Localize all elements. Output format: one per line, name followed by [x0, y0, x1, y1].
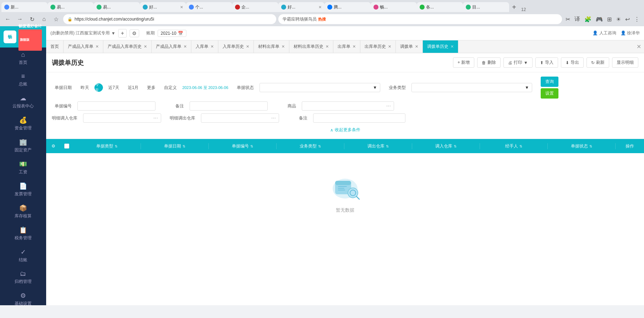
- th-biz-type[interactable]: 业务类型 ⇅: [277, 143, 344, 149]
- browser-tab-8[interactable]: 畅...: [371, 2, 417, 12]
- service-link[interactable]: 👤 人工咨询: [593, 30, 616, 36]
- company-selector[interactable]: (勿删勿禁用) 江西服宝测试专用 ▼: [50, 30, 115, 36]
- tab-close-6[interactable]: ✕: [318, 5, 322, 10]
- th-doc-no[interactable]: 单据编号 ⇅: [209, 143, 277, 149]
- browser-tab-2[interactable]: 易...: [94, 2, 140, 12]
- sidebar-item-invoice[interactable]: 📄 发票管理: [0, 179, 46, 201]
- doc-no-input[interactable]: [77, 101, 155, 111]
- in-warehouse-select[interactable]: ···: [83, 113, 161, 123]
- app-tab-close-10[interactable]: ✕: [415, 44, 418, 49]
- sidebar-item-inventory[interactable]: 📦 库存核算: [0, 201, 46, 223]
- sidebar-item-report-center[interactable]: ☁ 云报表中心: [0, 91, 46, 113]
- refresh-button[interactable]: ↻: [27, 14, 37, 24]
- query-button[interactable]: 查询: [541, 77, 558, 87]
- period-selector[interactable]: 2021-10 📅: [158, 30, 186, 37]
- th-in-warehouse[interactable]: 调入仓库 ⇅: [412, 143, 480, 149]
- app-tab-close-6[interactable]: ✕: [282, 44, 285, 49]
- note-input[interactable]: [313, 113, 405, 123]
- new-button[interactable]: + 新增: [453, 57, 474, 68]
- app-tab-7[interactable]: 材料出库单历史 ✕: [289, 40, 333, 53]
- browser-tab-5[interactable]: 企...: [232, 2, 278, 12]
- date-btn-custom[interactable]: 自定义: [161, 84, 180, 92]
- app-tab-10[interactable]: 调拨单 ✕: [396, 40, 423, 53]
- tab-close-3[interactable]: ✕: [180, 5, 183, 10]
- app-tab-2[interactable]: 产成品入库单历史 ✕: [103, 40, 152, 53]
- grid-icon[interactable]: ⊞: [606, 15, 613, 24]
- settings-gear-icon[interactable]: ⚙: [130, 29, 139, 37]
- menu-icon[interactable]: ⋮: [633, 15, 641, 24]
- app-tab-8[interactable]: 出库单 ✕: [333, 40, 360, 53]
- app-tab-close-3[interactable]: ✕: [184, 44, 187, 49]
- th-doc-status[interactable]: 单据状态 ⇅: [548, 143, 616, 149]
- app-tab-5[interactable]: 入库单历史 ✕: [218, 40, 254, 53]
- browser-search-bar[interactable]: 学霸应聘场驱鸟员 热搜: [278, 14, 562, 24]
- date-btn-7days[interactable]: 近7天: [105, 84, 122, 92]
- th-checkbox-all[interactable]: [60, 144, 73, 149]
- sidebar-item-payroll[interactable]: 💵 工资: [0, 157, 46, 179]
- th-doc-type[interactable]: 单据类型 ⇅: [73, 143, 141, 149]
- new-tab-button[interactable]: +: [509, 2, 519, 12]
- th-out-warehouse[interactable]: 调出仓库 ⇅: [344, 143, 412, 149]
- sidebar-item-home[interactable]: ⌂ 首页: [0, 48, 46, 69]
- app-tab-11[interactable]: 调拨单历史 ✕: [423, 40, 458, 53]
- user-avatar[interactable]: 👤 徐泽华: [621, 30, 640, 36]
- display-detail-button[interactable]: 显示明细: [612, 57, 638, 68]
- browser-tab-1[interactable]: 易...: [48, 2, 94, 12]
- th-handler[interactable]: 经手人 ⇅: [480, 143, 548, 149]
- sidebar-item-settings[interactable]: ⚙ 基础设置: [0, 288, 46, 305]
- app-tab-close-2[interactable]: ✕: [144, 44, 147, 49]
- date-btn-today[interactable]: 今天: [94, 83, 103, 92]
- app-tab-4[interactable]: 入库单 ✕: [191, 40, 218, 53]
- date-btn-yesterday[interactable]: 昨天: [77, 84, 92, 92]
- out-warehouse-select[interactable]: ···: [201, 113, 279, 123]
- undo-icon[interactable]: ↩: [624, 15, 631, 24]
- browser-tab-4[interactable]: 个...: [186, 2, 232, 12]
- translate-icon[interactable]: 译: [573, 15, 582, 24]
- app-tab-close-4[interactable]: ✕: [211, 44, 214, 49]
- browser-tab-0[interactable]: 新...: [1, 2, 48, 12]
- app-tab-close-7[interactable]: ✕: [326, 44, 329, 49]
- browser-tab-9[interactable]: 各...: [417, 2, 463, 12]
- forward-button[interactable]: →: [15, 14, 25, 24]
- app-tab-9[interactable]: 出库单历史 ✕: [360, 40, 396, 53]
- th-gear-settings[interactable]: ⚙: [46, 144, 60, 149]
- import-button[interactable]: ⬆ 导入: [535, 57, 558, 68]
- back-button[interactable]: ←: [3, 14, 13, 24]
- bookmark-button[interactable]: ☆: [51, 14, 61, 24]
- print-button[interactable]: 🖨 打印 ▼: [503, 57, 533, 68]
- app-tab-3[interactable]: 产成品入库单 ✕: [152, 40, 191, 53]
- game-icon[interactable]: 🎮: [594, 15, 604, 24]
- address-bar[interactable]: 🔒 https://cloud.chanjet.com/accounting/u…: [63, 14, 276, 24]
- browser-tab-7[interactable]: 腾...: [324, 2, 371, 12]
- select-all-checkbox[interactable]: [64, 144, 69, 149]
- scissors-icon[interactable]: ✂: [564, 15, 572, 24]
- remark-input[interactable]: [190, 101, 268, 111]
- sidebar-item-tax[interactable]: 📋 税务管理: [0, 223, 46, 245]
- settings-filter-button[interactable]: 设置: [541, 88, 558, 99]
- extension-icon[interactable]: 🧩: [583, 15, 593, 24]
- app-tab-home[interactable]: 首页: [46, 40, 64, 53]
- sidebar-item-fixed-assets[interactable]: 🏢 固定资产: [0, 135, 46, 157]
- date-btn-more[interactable]: 更多: [144, 84, 159, 92]
- app-tab-6[interactable]: 材料出库单 ✕: [254, 40, 289, 53]
- sidebar-item-closing[interactable]: ✓ 结账: [0, 245, 46, 267]
- app-tab-close-1[interactable]: ✕: [95, 44, 99, 49]
- sidebar-item-archive[interactable]: 🗂 归档管理: [0, 267, 46, 288]
- browser-tab-6[interactable]: 好... ✕: [278, 2, 324, 12]
- app-tab-close-9[interactable]: ✕: [388, 44, 391, 49]
- status-filter-select[interactable]: ▼: [260, 83, 380, 92]
- home-button[interactable]: ⌂: [39, 14, 49, 24]
- sidebar-item-fund-management[interactable]: 💰 资金管理: [0, 113, 46, 135]
- browser-tab-10[interactable]: 目...: [463, 2, 509, 12]
- delete-button[interactable]: 🗑 删除: [477, 57, 501, 68]
- date-btn-1month[interactable]: 近1月: [125, 84, 142, 92]
- export-button[interactable]: ⬇ 导出: [561, 57, 584, 68]
- refresh-button-action[interactable]: ↻ 刷新: [586, 57, 609, 68]
- biz-type-select[interactable]: ▼: [411, 83, 532, 92]
- collapse-filters-button[interactable]: ∧ 收起更多条件: [52, 125, 638, 134]
- sidebar-item-general-ledger[interactable]: ≡ 总账: [0, 69, 46, 91]
- app-tab-close-8[interactable]: ✕: [353, 44, 356, 49]
- brightness-icon[interactable]: ☀: [615, 15, 622, 24]
- app-tab-close-5[interactable]: ✕: [246, 44, 249, 49]
- app-tab-1[interactable]: 产成品入库单 ✕: [64, 40, 103, 53]
